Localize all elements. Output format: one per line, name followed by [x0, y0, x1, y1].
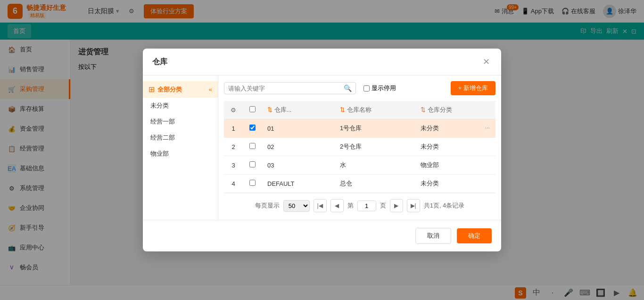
category-item-dept2[interactable]: 经营二部	[143, 130, 218, 146]
td-code: DEFAULT	[262, 175, 334, 193]
th-category: ⇅ 仓库分类	[415, 101, 495, 119]
page-prev-btn[interactable]: ◀	[330, 199, 344, 212]
select-all-checkbox[interactable]	[249, 106, 256, 112]
td-code: 02	[262, 138, 334, 156]
category-item-dept1[interactable]: 经营一部	[143, 114, 218, 130]
category-item-unclassified[interactable]: 未分类	[143, 98, 218, 114]
td-checkbox[interactable]	[243, 119, 262, 138]
sort-icon-code: ⇅	[267, 106, 272, 113]
td-name: 2号仓库	[334, 138, 415, 156]
td-code: 03	[262, 156, 334, 175]
modal-overlay: 仓库 ✕ ⊞ 全部分类 « 未分类 经营一部 经营二部	[0, 0, 644, 300]
td-no: 4	[224, 175, 243, 193]
dialog-table: ⚙ ⇅ 仓库... ⇅	[224, 101, 495, 193]
search-wrap: 🔍	[224, 82, 356, 94]
table-row[interactable]: 3 03 水 物业部	[224, 156, 495, 175]
sort-icon-name: ⇅	[340, 106, 345, 113]
th-name: ⇅ 仓库名称	[334, 101, 415, 119]
table-header-row: ⚙ ⇅ 仓库... ⇅	[224, 101, 495, 119]
td-no: 2	[224, 138, 243, 156]
th-code: ⇅ 仓库...	[262, 101, 334, 119]
show-disabled-wrap: 显示停用	[363, 84, 396, 92]
table-body: 1 01 1号仓库 未分类··· 2 02 2号仓库 未分类 3 03 水 物业…	[224, 119, 495, 193]
category-header[interactable]: ⊞ 全部分类 «	[143, 81, 218, 98]
page-first-btn[interactable]: |◀	[314, 199, 327, 212]
table-row[interactable]: 2 02 2号仓库 未分类	[224, 138, 495, 156]
page-size-label: 每页显示	[255, 201, 280, 210]
td-name: 水	[334, 156, 415, 175]
th-checkbox	[243, 101, 262, 119]
table-row[interactable]: 4 DEFAULT 总仓 未分类	[224, 175, 495, 193]
show-disabled-label: 显示停用	[372, 84, 396, 92]
category-item-property[interactable]: 物业部	[143, 146, 218, 162]
td-category: 未分类	[415, 175, 495, 193]
td-checkbox[interactable]	[243, 156, 262, 175]
dialog-main: 🔍 显示停用 + 新增仓库 ⚙	[218, 75, 501, 220]
td-category: 未分类···	[415, 119, 495, 138]
ok-btn[interactable]: 确定	[457, 228, 492, 243]
cancel-btn[interactable]: 取消	[415, 228, 451, 244]
dialog-footer: 取消 确定	[143, 220, 501, 251]
td-name: 1号仓库	[334, 119, 415, 138]
dialog-toolbar: 🔍 显示停用 + 新增仓库	[224, 81, 495, 95]
page-next-btn[interactable]: ▶	[390, 199, 403, 212]
td-checkbox[interactable]	[243, 175, 262, 193]
gear-icon: ⚙	[231, 107, 236, 114]
page-total-info: 共1页, 4条记录	[424, 201, 465, 210]
dialog-close-btn[interactable]: ✕	[480, 56, 492, 67]
search-input[interactable]	[228, 85, 344, 92]
page-input[interactable]	[357, 200, 376, 211]
dialog-header: 仓库 ✕	[143, 49, 501, 75]
td-no: 3	[224, 156, 243, 175]
td-no: 1	[224, 119, 243, 138]
page-word-pre: 第	[347, 201, 354, 210]
td-name: 总仓	[334, 175, 415, 193]
grid-icon: ⊞	[149, 85, 155, 94]
category-all-label: 全部分类	[157, 85, 182, 94]
dialog-pagination: 每页显示 10 20 50 100 |◀ ◀ 第 页 ▶ ▶| 共1页, 4条记…	[224, 193, 495, 214]
search-icon[interactable]: 🔍	[344, 84, 352, 92]
td-checkbox[interactable]	[243, 138, 262, 156]
warehouse-dialog: 仓库 ✕ ⊞ 全部分类 « 未分类 经营一部 经营二部	[143, 49, 501, 251]
warehouse-table: ⚙ ⇅ 仓库... ⇅	[224, 101, 495, 193]
category-collapse-btn[interactable]: «	[209, 86, 212, 93]
category-sidebar: ⊞ 全部分类 « 未分类 经营一部 经营二部 物业部	[143, 75, 218, 220]
show-disabled-checkbox[interactable]	[363, 85, 370, 92]
add-warehouse-btn[interactable]: + 新增仓库	[451, 81, 495, 95]
td-category: 未分类	[415, 138, 495, 156]
sort-icon-category: ⇅	[421, 106, 426, 113]
dialog-title: 仓库	[152, 57, 167, 67]
td-code: 01	[262, 119, 334, 138]
page-word: 页	[380, 201, 386, 210]
page-last-btn[interactable]: ▶|	[407, 199, 420, 212]
td-category: 物业部	[415, 156, 495, 175]
th-gear: ⚙	[224, 101, 243, 119]
page-size-select[interactable]: 10 20 50 100	[283, 200, 310, 212]
table-row[interactable]: 1 01 1号仓库 未分类···	[224, 119, 495, 138]
dialog-body: ⊞ 全部分类 « 未分类 经营一部 经营二部 物业部	[143, 75, 501, 220]
row-more-btn[interactable]: ···	[485, 124, 490, 131]
